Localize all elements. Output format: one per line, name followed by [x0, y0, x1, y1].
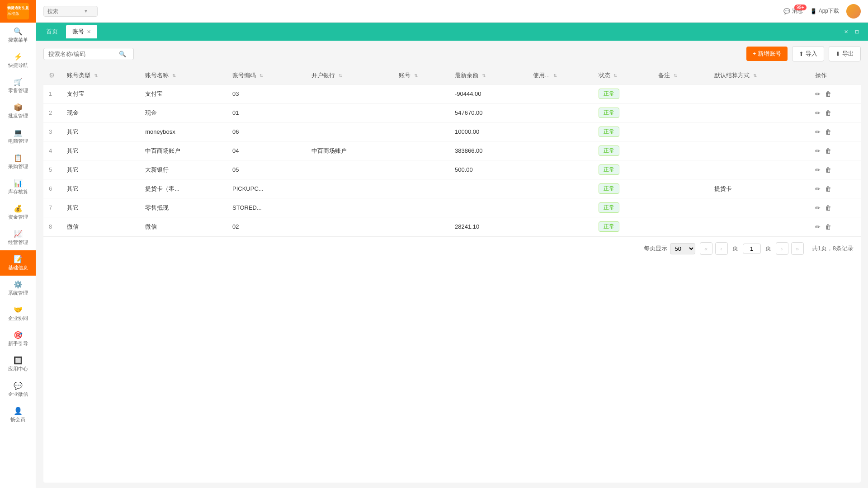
message-button[interactable]: 💬 消息 99+	[783, 7, 803, 15]
table-row: 1 支付宝 支付宝 03 -90444.00 正常 ✏ 🗑	[43, 84, 861, 103]
row-balance-6	[449, 198, 528, 217]
row-settlement-1	[709, 103, 809, 122]
sidebar-item-basic-info[interactable]: 📝 基础信息	[0, 250, 36, 276]
row-account-4	[393, 160, 449, 179]
row-account-0	[393, 84, 449, 103]
close-window-btn[interactable]: ✕	[842, 28, 850, 36]
delete-btn-1[interactable]: 🗑	[825, 109, 831, 117]
col-type[interactable]: 账号类型 ⇅	[61, 67, 140, 84]
account-search-box[interactable]: 🔍	[43, 48, 134, 60]
delete-btn-3[interactable]: 🗑	[825, 147, 831, 155]
sidebar-item-system[interactable]: ⚙️ 系统管理	[0, 276, 36, 301]
per-page-select[interactable]: 50 100 200	[670, 243, 695, 254]
tab-home[interactable]: 首页	[40, 25, 64, 38]
content-area: 🔍 + 新增账号 ⬆ 导入 ⬇ 导出 ⚙	[36, 41, 868, 488]
table-header-row: ⚙ 账号类型 ⇅ 账号名称 ⇅ 账号编码 ⇅ 开户银行 ⇅	[43, 67, 861, 84]
sidebar-item-inventory[interactable]: 📊 库存核算	[0, 174, 36, 200]
sidebar-item-operations[interactable]: 📈 经营管理	[0, 225, 36, 250]
row-usage-2	[528, 122, 593, 141]
edit-btn-5[interactable]: ✏	[815, 185, 821, 192]
sidebar-item-ecommerce[interactable]: 💻 电商管理	[0, 124, 36, 149]
account-table: ⚙ 账号类型 ⇅ 账号名称 ⇅ 账号编码 ⇅ 开户银行 ⇅	[43, 67, 861, 236]
logo-sub: 乐橙版	[7, 11, 29, 17]
col-bank[interactable]: 开户银行 ⇅	[306, 67, 393, 84]
sidebar-item-member[interactable]: 👤 畅会员	[0, 402, 36, 427]
row-type-2: 其它	[61, 122, 140, 141]
purchase-icon: 📋	[14, 154, 23, 162]
col-status[interactable]: 状态 ⇅	[593, 67, 653, 84]
edit-btn-0[interactable]: ✏	[815, 90, 821, 98]
sidebar-item-purchase[interactable]: 📋 采购管理	[0, 149, 36, 174]
column-settings-icon[interactable]: ⚙	[49, 71, 55, 79]
row-settlement-2	[709, 122, 809, 141]
header-search-input[interactable]	[47, 8, 84, 14]
import-button[interactable]: ⬆ 导入	[792, 46, 824, 61]
row-usage-5	[528, 179, 593, 198]
edit-btn-4[interactable]: ✏	[815, 166, 821, 174]
header-search-box[interactable]: ▼	[43, 6, 98, 17]
edit-btn-6[interactable]: ✏	[815, 204, 821, 211]
export-button[interactable]: ⬇ 导出	[829, 46, 861, 61]
col-action: 操作	[810, 67, 861, 84]
row-account-6	[393, 198, 449, 217]
sidebar-item-app-center[interactable]: 🔲 应用中心	[0, 352, 36, 377]
col-balance[interactable]: 最新余额 ⇅	[449, 67, 528, 84]
row-account-7	[393, 217, 449, 236]
sidebar-item-new-guide[interactable]: 🎯 新手引导	[0, 326, 36, 352]
delete-btn-2[interactable]: 🗑	[825, 128, 831, 136]
edit-btn-2[interactable]: ✏	[815, 128, 821, 136]
col-settlement[interactable]: 默认结算方式 ⇅	[709, 67, 809, 84]
sort-bank-icon: ⇅	[339, 73, 342, 78]
prev-page-button[interactable]: ‹	[715, 242, 728, 255]
row-num-7: 8	[43, 217, 61, 236]
edit-btn-1[interactable]: ✏	[815, 109, 821, 117]
sidebar-label-guide: 新手引导	[8, 340, 28, 347]
col-code[interactable]: 账号编码 ⇅	[227, 67, 306, 84]
account-search-input[interactable]	[48, 51, 116, 57]
row-bank-4	[306, 160, 393, 179]
delete-btn-7[interactable]: 🗑	[825, 223, 831, 230]
col-remark[interactable]: 备注 ⇅	[653, 67, 709, 84]
col-account[interactable]: 账号 ⇅	[393, 67, 449, 84]
sidebar-label-collab: 企业协同	[8, 315, 28, 322]
row-code-7: 02	[227, 217, 306, 236]
delete-btn-5[interactable]: 🗑	[825, 185, 831, 192]
row-status-1: 正常	[593, 103, 653, 122]
row-num-1: 2	[43, 103, 61, 122]
page-input[interactable]	[743, 244, 761, 254]
page-label: 页	[732, 244, 738, 253]
system-icon: ⚙️	[14, 280, 23, 289]
delete-btn-0[interactable]: 🗑	[825, 90, 831, 98]
sidebar-item-wholesale[interactable]: 📦 批发管理	[0, 99, 36, 124]
sidebar-item-retail[interactable]: 🛒 零售管理	[0, 73, 36, 99]
edit-btn-7[interactable]: ✏	[815, 223, 821, 230]
row-bank-6	[306, 198, 393, 217]
delete-btn-4[interactable]: 🗑	[825, 166, 831, 174]
tab-account[interactable]: 账号 ✕	[66, 25, 97, 38]
edit-btn-3[interactable]: ✏	[815, 147, 821, 155]
sidebar-item-search-menu[interactable]: 🔍 搜索菜单	[0, 23, 36, 48]
col-name[interactable]: 账号名称 ⇅	[140, 67, 227, 84]
first-page-button[interactable]: «	[700, 242, 712, 255]
add-account-button[interactable]: + 新增账号	[746, 47, 788, 61]
app-download-label: App下载	[819, 7, 839, 15]
row-num-6: 7	[43, 198, 61, 217]
row-remark-6	[653, 198, 709, 217]
sidebar-item-enterprise-collab[interactable]: 🤝 企业协同	[0, 301, 36, 326]
next-page-button[interactable]: ›	[776, 242, 788, 255]
maximize-window-btn[interactable]: ⊡	[853, 28, 861, 36]
window-buttons: ✕ ⊡	[842, 28, 861, 36]
delete-btn-6[interactable]: 🗑	[825, 204, 831, 211]
sort-settlement-icon: ⇅	[753, 73, 757, 78]
sidebar-item-quick-nav[interactable]: ⚡ 快捷导航	[0, 48, 36, 73]
user-avatar[interactable]	[846, 4, 861, 19]
wechat-icon: 💬	[14, 381, 23, 390]
sidebar-item-wechat[interactable]: 💬 企业微信	[0, 377, 36, 402]
col-usage[interactable]: 使用... ⇅	[528, 67, 593, 84]
table-row: 2 现金 现金 01 547670.00 正常 ✏ 🗑	[43, 103, 861, 122]
sidebar-label-purchase: 采购管理	[8, 163, 28, 170]
sidebar-item-finance[interactable]: 💰 资金管理	[0, 200, 36, 225]
app-download-button[interactable]: 📱 App下载	[810, 7, 839, 15]
last-page-button[interactable]: »	[791, 242, 804, 255]
tab-account-close[interactable]: ✕	[87, 29, 91, 35]
